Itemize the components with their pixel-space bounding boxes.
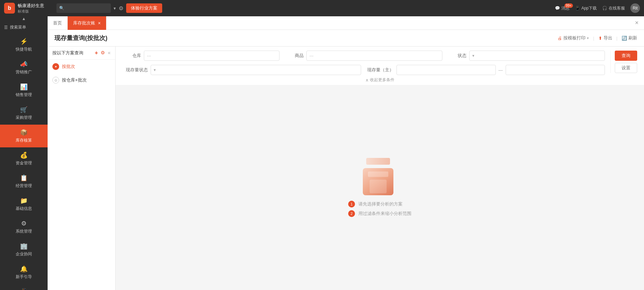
plan-settings-icon[interactable]: ⚙ [101,50,105,56]
stock-status-label: 现存量状态 [122,67,148,73]
topbar-center: 🔍 ▾ ⚙ 体验行业方案 [50,3,555,13]
product-input[interactable]: ··· [306,51,442,61]
page-header: 现存量查询(按批次) 🖨 按模板打印 ▾ | ⬆ 导出 | 🔄 刷新 [48,30,644,47]
sidebar: ▲ ☰ 搜索菜单 ⚡ 快捷导航 📣 营销推广 📊 销售管理 🛒 采购管理 📦 库… [0,16,48,290]
page-title: 现存量查询(按批次) [54,34,107,42]
marketing-icon: 📣 [20,60,28,68]
sidebar-item-new-guide[interactable]: 🔔 新手引导 [0,261,48,284]
main-layout: ▲ ☰ 搜索菜单 ⚡ 快捷导航 📣 营销推广 📊 销售管理 🛒 采购管理 📦 库… [0,16,644,290]
sidebar-item-basic-info[interactable]: 📁 基础信息 [0,193,48,216]
tab-inventory-batch[interactable]: 库存批次账 × [68,16,106,30]
new-guide-icon: 🔔 [20,265,28,273]
print-button[interactable]: 🖨 按模板打印 ▾ [558,35,589,41]
tab-panel-close-icon[interactable]: × [629,19,644,26]
query-button[interactable]: 查询 [615,51,637,61]
left-panel-collapse-icon[interactable]: « [108,50,111,56]
content-area: 首页 库存批次账 × × 现存量查询(按批次) 🖨 按模板打印 ▾ | ⬆ 导出 [48,16,644,290]
topbar-gear-icon[interactable]: ⚙ [119,5,123,12]
sidebar-item-system[interactable]: ⚙ 系统管理 [0,216,48,238]
product-label: 商品 [285,53,304,59]
tab-bar: 首页 库存批次账 × × [48,16,644,30]
sales-icon: 📊 [20,83,28,91]
sidebar-item-purchase[interactable]: 🛒 采购管理 [0,102,48,125]
divider2: | [616,36,617,41]
export-icon: ⬆ [598,36,602,41]
messages-button[interactable]: 💬 消息 99+ [555,5,570,11]
divider: | [593,36,594,41]
app-download-button[interactable]: 📱 App下载 [575,5,597,11]
purchase-icon: 🛒 [20,106,28,113]
stock-qty-min-input[interactable] [396,65,496,75]
data-area: 1 请先选择要分析的方案 2 用过滤条件来缩小分析范围 [116,85,644,290]
refresh-button[interactable]: 🔄 刷新 [622,35,637,41]
sidebar-item-marketing[interactable]: 📣 营销推广 [0,56,48,79]
full-content: 按以下方案查询 + ⚙ « ✦ 按批次 ⊙ [48,47,644,290]
warehouse-filter: 仓库 ··· [122,51,279,61]
system-icon: ⚙ [21,220,27,227]
inventory-icon: 📦 [20,129,28,136]
sidebar-item-sales[interactable]: 📊 销售管理 [0,79,48,102]
stock-status-arrow-icon[interactable]: ▾ [154,68,156,72]
step-1-number: 1 [348,201,355,207]
app-name: 畅康通好生意 标准版 [18,3,44,14]
status-label: 状态 [448,53,467,59]
stock-qty-max-input[interactable] [506,65,605,75]
empty-illustration [358,158,402,195]
add-plan-icon[interactable]: + [95,50,98,56]
sidebar-item-app-center[interactable]: 📱 应用中心 [0,284,48,290]
page-header-actions: 🖨 按模板打印 ▾ | ⬆ 导出 | 🔄 刷新 [558,35,637,41]
warehouse-label: 仓库 [122,53,141,59]
stock-status-select[interactable]: ▾ [151,65,361,75]
step-2-number: 2 [348,210,355,217]
collapse-more-button[interactable]: ∧ 收起更多条件 [122,75,637,85]
left-panel-header: 按以下方案查询 + ⚙ « [48,47,115,60]
filter-area: 仓库 ··· 商品 ··· [116,47,644,85]
refresh-icon: 🔄 [622,36,627,41]
topbar-right: 💬 消息 99+ 📱 App下载 🎧 在线客服 Rit [555,3,640,13]
warehouse-input[interactable]: ··· [144,51,279,61]
topbar-search-bar[interactable]: 🔍 [56,3,111,13]
status-arrow-icon[interactable]: ▾ [472,53,474,58]
online-service-button[interactable]: 🎧 在线客服 [602,5,625,11]
status-select[interactable]: ▾ [469,51,605,61]
sidebar-search[interactable]: ☰ 搜索菜单 [0,21,48,34]
stock-qty-label: 现存量（主） [367,67,394,73]
collapse-more-icon: ∧ [366,78,369,83]
plan-item-batch[interactable]: ✦ 按批次 [48,60,115,73]
avatar[interactable]: Rit [630,3,640,13]
finance-icon: 💰 [20,151,28,159]
settings-button[interactable]: 设置 [615,63,637,73]
plan-item-warehouse-batch[interactable]: ⊙ 按仓库+批次 [48,73,115,87]
plan-icon-warehouse-batch: ⊙ [52,77,59,84]
stock-status-filter: 现存量状态 ▾ [122,65,361,75]
plan-icon-batch: ✦ [52,63,59,70]
print-dropdown-icon[interactable]: ▾ [587,36,589,40]
status-filter: 状态 ▾ [448,51,605,61]
tab-close-icon[interactable]: × [98,21,101,25]
topbar-dropdown[interactable]: ▾ [114,6,116,11]
empty-steps: 1 请先选择要分析的方案 2 用过滤条件来缩小分析范围 [348,201,411,217]
product-filter: 商品 ··· [285,51,442,61]
tab-home[interactable]: 首页 [48,16,68,30]
enterprise-icon: 🏢 [20,242,28,250]
app-center-icon: 📱 [20,288,28,290]
right-panel: 仓库 ··· 商品 ··· [116,47,644,290]
sidebar-item-operations[interactable]: 📋 经营管理 [0,170,48,193]
sidebar-item-quick-nav[interactable]: ⚡ 快捷导航 [0,34,48,56]
print-icon: 🖨 [558,36,562,41]
left-panel-icons: + ⚙ « [95,50,111,56]
stock-qty-filter: 现存量（主） — [367,65,605,75]
product-dots-icon[interactable]: ··· [309,53,313,58]
trial-button[interactable]: 体验行业方案 [126,3,162,13]
quick-nav-icon: ⚡ [20,38,28,45]
sidebar-item-enterprise[interactable]: 🏢 企业协同 [0,238,48,261]
left-panel: 按以下方案查询 + ⚙ « ✦ 按批次 ⊙ [48,47,116,290]
sidebar-scroll-up[interactable]: ▲ [0,16,48,21]
sidebar-item-inventory[interactable]: 📦 库存核算 [0,125,48,147]
stock-qty-dash: — [498,68,503,73]
topbar: b 畅康通好生意 标准版 🔍 ▾ ⚙ 体验行业方案 💬 消息 99+ 📱 App… [0,0,644,16]
sidebar-item-finance[interactable]: 💰 资金管理 [0,147,48,170]
basic-info-icon: 📁 [20,197,28,204]
warehouse-dots-icon[interactable]: ··· [147,53,151,58]
export-button[interactable]: ⬆ 导出 [598,35,612,41]
